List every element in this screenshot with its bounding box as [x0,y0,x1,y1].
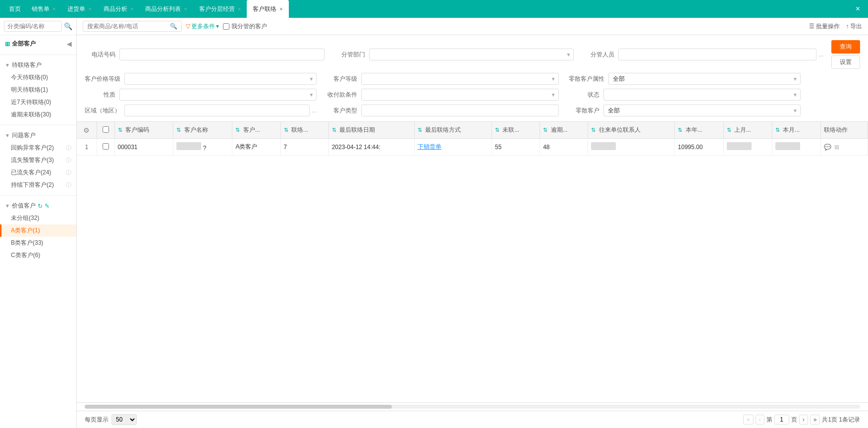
close-tab-sales-icon[interactable]: × [53,6,55,12]
sidebar-search-input[interactable] [4,21,62,32]
export-btn[interactable]: ↑ 导出 [846,22,862,31]
refresh-icon[interactable]: ↻ [38,203,43,210]
sidebar-item-tomorrow[interactable]: 明天待联络(1) [0,84,76,96]
table-col-contact[interactable]: ⇅ 联络... [280,122,328,139]
batch-ops-btn[interactable]: ☰ 批量操作 [809,22,840,31]
page-number-input[interactable] [774,415,789,425]
arrow-down-icon-3: ▼ [5,203,10,209]
sidebar-item-a-class[interactable]: A类客户(1) [0,224,76,237]
filter-person-dots-icon[interactable]: ... [818,51,823,58]
filter-price-level-select[interactable] [124,73,317,85]
filter-region-dots-icon[interactable]: ... [312,107,317,114]
filter-status-select[interactable] [603,89,801,101]
toolbar-search-icon[interactable]: 🔍 [170,23,177,30]
sidebar-item-repurchase-anomaly[interactable]: 回购异常客户(2) ⓘ [0,142,76,154]
table-col-last-method[interactable]: ⇅ 最后联络方式 [414,122,491,139]
sidebar-item-c-class[interactable]: C类客户(6) [0,249,76,262]
last-method-link[interactable]: 下销货单 [418,143,441,150]
table-col-uncontacted[interactable]: ⇅ 未联... [492,122,540,139]
filter-price-level-field: 客户价格等级 ▼ [85,73,317,85]
filter-dept-label: 分管部门 [334,51,369,59]
filter-customer-level-select[interactable] [361,73,558,85]
sidebar-item-today[interactable]: 今天待联络(0) [0,71,76,84]
info-icon-2: ⓘ [66,157,71,164]
filter-region-input[interactable] [124,105,310,116]
first-page-btn[interactable]: « [743,415,754,425]
filter-phone-input[interactable] [119,49,325,60]
gear-icon[interactable]: ⚙ [83,126,90,134]
table-col-name[interactable]: ⇅ 客户名称 [173,122,232,139]
sidebar-item-churned[interactable]: 已流失客户(24) ⓘ [0,166,76,179]
table-col-unit-contact[interactable]: ⇅ 往来单位联系人 [588,122,675,139]
more-filter-btn[interactable]: ▽ 更多条件 ▾ [186,22,219,31]
filter-nature-select[interactable] [119,89,317,101]
my-customer-checkbox[interactable] [223,23,229,30]
pagination: 每页显示 50 100 200 « ‹ 第 页 › » 共1页 1条记录 [77,411,868,428]
sidebar-item-ungrouped[interactable]: 未分组(32) [0,212,76,224]
table-col-overdue[interactable]: ⇅ 逾期... [540,122,588,139]
close-tab-product-list-icon[interactable]: × [184,6,187,12]
sidebar-search-icon[interactable]: 🔍 [64,22,72,30]
sidebar-item-7days[interactable]: 近7天待联络(0) [0,96,76,108]
masked-unit-contact [591,142,616,150]
table-col-level[interactable]: ⇅ 客户... [232,122,280,139]
filter-retail-attr-select[interactable]: 全部 [608,73,801,85]
scrollbar-thumb[interactable] [85,405,392,409]
filter-payment-field: 收付款条件 ▼ [326,89,558,101]
sidebar-item-overdue[interactable]: 逾期未联络(30) [0,108,76,121]
close-tab-purchase-icon[interactable]: × [88,6,91,12]
edit-icon[interactable]: ✎ [45,203,50,210]
cell-name: ? [173,139,232,156]
nav-tab-purchase[interactable]: 进货单 × [61,0,97,18]
filter-icon: ▽ [186,23,190,30]
close-tab-product-analysis-icon[interactable]: × [130,6,133,12]
row-checkbox[interactable] [103,143,109,150]
prev-page-btn[interactable]: ‹ [756,415,764,425]
window-close-icon[interactable]: × [852,4,864,13]
filter-payment-select[interactable] [361,89,558,101]
next-page-btn[interactable]: › [799,415,808,425]
my-customer-checkbox-wrap[interactable]: 我分管的客户 [223,22,267,31]
all-customers-title[interactable]: ⊞ 全部客户 ◀ [0,37,76,51]
nav-tab-customer-tier[interactable]: 客户分层经营 × [193,0,247,18]
table-col-this-month[interactable]: ⇅ 本月... [772,122,820,139]
pending-contact-title[interactable]: ▼ 待联络客户 [0,59,76,71]
setting-button[interactable]: 设置 [831,55,860,69]
sort-last-date-icon: ⇅ [332,127,336,133]
query-button[interactable]: 查询 [831,40,860,54]
cell-uncontacted: 55 [492,139,540,156]
close-tab-customer-tier-icon[interactable]: × [238,6,241,12]
nav-tab-product-analysis[interactable]: 商品分析 × [98,0,139,18]
search-input[interactable] [87,23,168,30]
table-col-code[interactable]: ⇅ 客户编码 [114,122,173,139]
table-col-this-year[interactable]: ⇅ 本年... [675,122,723,139]
last-page-btn[interactable]: » [810,415,820,425]
action-qr-icon[interactable]: ⊞ [834,144,839,151]
filter-dept-select[interactable] [369,49,574,60]
filter-retail-customer-select[interactable]: 全部 [603,105,801,116]
filter-payment-label: 收付款条件 [326,91,361,99]
sidebar-item-declining[interactable]: 持续下滑客户(2) ⓘ [0,179,76,191]
nav-tab-product-list[interactable]: 商品分析列表 × [139,0,193,18]
sidebar-collapse-icon[interactable]: ◀ [67,41,71,48]
problem-customers-title[interactable]: ▼ 问题客户 [0,129,76,142]
nav-home[interactable]: 首页 [4,0,26,18]
sort-this-month-icon: ⇅ [775,127,780,133]
sidebar-item-churn-warning[interactable]: 流失预警客户(3) ⓘ [0,154,76,166]
filter-customer-type-input[interactable] [361,105,558,116]
value-customers-title[interactable]: ▼ 价值客户 ↻ ✎ [0,200,76,212]
filter-status-wrap: ▼ [603,89,801,101]
table-select-all-checkbox[interactable] [103,126,109,133]
nav-tab-customer-contact[interactable]: 客户联络 × [247,0,288,18]
horizontal-scrollbar[interactable] [85,405,860,409]
nav-tab-sales[interactable]: 销售单 × [26,0,61,18]
table-col-gear[interactable]: ⚙ [77,122,97,139]
close-tab-customer-contact-icon[interactable]: × [279,6,282,12]
table-col-last-month[interactable]: ⇅ 上月... [723,122,772,139]
page-size-select[interactable]: 50 100 200 [111,414,137,425]
filter-person-input[interactable] [618,49,816,60]
action-chat-icon[interactable]: 💬 [824,144,831,151]
table-col-last-date[interactable]: ⇅ 最后联络日期 [328,122,414,139]
sidebar-item-b-class[interactable]: B类客户(33) [0,237,76,249]
filter-retail-customer-field: 零散客户 全部 ▼ [569,105,801,116]
